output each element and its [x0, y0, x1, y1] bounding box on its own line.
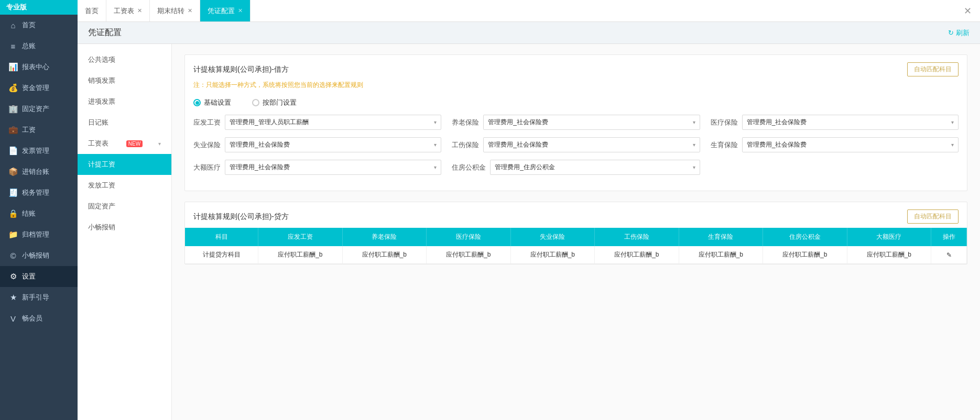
col-header-subject: 科目	[185, 228, 258, 246]
sidebar-item-tax[interactable]: 🧾 税务管理	[0, 182, 78, 203]
tab-closing[interactable]: 期末结转 ✕	[150, 0, 200, 21]
label-yanglao: 养老保险	[452, 118, 479, 127]
sidebar-item-guide[interactable]: ★ 新手引导	[0, 287, 78, 308]
closing-icon: 🔒	[8, 209, 18, 218]
select-yiliao[interactable]: 管理费用_社会保险费 ▾	[742, 115, 959, 130]
select-yingfa[interactable]: 管理费用_管理人员职工薪酬 ▾	[225, 115, 441, 130]
label-shengyu: 生育保险	[711, 140, 738, 150]
chevron-shiye: ▾	[434, 142, 437, 148]
sidebar-item-inventory[interactable]: 📦 进销台账	[0, 161, 78, 182]
col-header-daeyiliao: 大额医疗	[847, 228, 931, 246]
sidebar-item-settings[interactable]: ⚙ 设置	[0, 266, 78, 287]
col-header-yingfa: 应发工资	[258, 228, 343, 246]
table-row: 计提贷方科目 应付职工薪酬_b 应付职工薪酬_b 应付职工薪酬_b 应付职工薪酬…	[185, 246, 967, 264]
label-gongjijin: 住房公积金	[452, 163, 486, 172]
radio-group: 基础设置 按部门设置	[185, 95, 967, 115]
expense-icon: ©	[8, 251, 18, 260]
left-nav-public[interactable]: 公共选项	[78, 49, 171, 70]
left-nav-fixed-assets[interactable]: 固定资产	[78, 196, 171, 217]
sidebar-item-home[interactable]: ⌂ 首页	[0, 15, 78, 36]
sidebar-item-reports[interactable]: 📊 报表中心	[0, 57, 78, 78]
section-credit: 计提核算规则(公司承担)-贷方 自动匹配科目 科目 应发工资 养老保险 医疗保险…	[184, 202, 967, 264]
cell-yingfa: 应付职工薪酬_b	[258, 246, 343, 264]
sidebar: 专业版 ⌂ 首页 ≡ 总账 📊 报表中心 💰 资金管理 🏢 固定资产 💼 工资 …	[0, 0, 78, 420]
radio-basic[interactable]: 基础设置	[193, 98, 231, 107]
form-row-2: 失业保险 管理费用_社会保险费 ▾ 工伤保险 管理费用_社会保险费 ▾	[193, 137, 959, 152]
col-header-shengyu: 生育保险	[679, 228, 763, 246]
field-gongjijin: 住房公积金 管理费用_住房公积金 ▾	[452, 160, 700, 175]
field-yingfa: 应发工资 管理费用_管理人员职工薪酬 ▾	[193, 115, 441, 130]
cell-yiliao: 应付职工薪酬_b	[427, 246, 511, 264]
auto-match-btn-2[interactable]: 自动匹配科目	[907, 209, 959, 224]
tab-voucher-close[interactable]: ✕	[238, 7, 243, 14]
sidebar-item-invoice[interactable]: 📄 发票管理	[0, 140, 78, 161]
right-content: 计提核算规则(公司承担)-借方 自动匹配科目 注：只能选择一种方式，系统将按照您…	[172, 44, 980, 420]
form-row-1: 应发工资 管理费用_管理人员职工薪酬 ▾ 养老保险 管理费用_社会保险费 ▾	[193, 115, 959, 130]
field-yanglao: 养老保险 管理费用_社会保险费 ▾	[452, 115, 700, 130]
sidebar-item-funds[interactable]: 💰 资金管理	[0, 78, 78, 98]
label-gongshang: 工伤保险	[452, 140, 479, 150]
left-nav-sales-invoice[interactable]: 销项发票	[78, 70, 171, 91]
archive-icon: 📁	[8, 230, 18, 239]
cell-daeyiliao: 应付职工薪酬_b	[847, 246, 931, 264]
tab-payroll[interactable]: 工资表 ✕	[106, 0, 150, 21]
cell-shengyu: 应付职工薪酬_b	[679, 246, 763, 264]
cell-gongjijin: 应付职工薪酬_b	[763, 246, 847, 264]
tab-bar: 首页 工资表 ✕ 期末结转 ✕ 凭证配置 ✕ ✕	[78, 0, 980, 22]
section1-note: 注：只能选择一种方式，系统将按照您当前的选择来配置规则	[185, 81, 967, 95]
radio-basic-circle	[193, 99, 201, 106]
sidebar-item-ledger[interactable]: ≡ 总账	[0, 36, 78, 57]
select-daeyiliao[interactable]: 管理费用_社会保险费 ▾	[225, 160, 441, 175]
cell-shiye: 应付职工薪酬_b	[510, 246, 595, 264]
section-debit: 计提核算规则(公司承担)-借方 自动匹配科目 注：只能选择一种方式，系统将按照您…	[184, 54, 967, 191]
guide-icon: ★	[8, 293, 18, 302]
left-nav-expense[interactable]: 小畅报销	[78, 217, 171, 238]
left-nav-calc-salary[interactable]: 计提工资	[78, 154, 171, 175]
select-gongshang[interactable]: 管理费用_社会保险费 ▾	[483, 137, 700, 152]
sidebar-item-salary[interactable]: 💼 工资	[0, 119, 78, 140]
col-header-gongshang: 工伤保险	[595, 228, 679, 246]
select-shiye[interactable]: 管理费用_社会保险费 ▾	[225, 137, 441, 152]
col-header-yiliao: 医疗保险	[427, 228, 511, 246]
app-title: 专业版	[0, 0, 78, 15]
sidebar-item-expense[interactable]: © 小畅报销	[0, 245, 78, 266]
auto-match-btn-1[interactable]: 自动匹配科目	[907, 62, 959, 76]
left-nav: 公共选项 销项发票 进项发票 日记账 工资表 NEW ▾ 计提工资 发放工资	[78, 44, 172, 420]
tab-payroll-close[interactable]: ✕	[137, 7, 142, 14]
select-shengyu[interactable]: 管理费用_社会保险费 ▾	[742, 137, 959, 152]
col-header-shiye: 失业保险	[510, 228, 595, 246]
sidebar-item-closing[interactable]: 🔒 结账	[0, 203, 78, 224]
sidebar-item-vip[interactable]: V 畅会员	[0, 308, 78, 329]
select-gongjijin[interactable]: 管理费用_住房公积金 ▾	[490, 160, 700, 175]
col-header-action: 操作	[931, 228, 967, 246]
tab-home[interactable]: 首页	[78, 0, 106, 21]
sidebar-item-assets[interactable]: 🏢 固定资产	[0, 98, 78, 119]
radio-dept[interactable]: 按部门设置	[252, 98, 297, 107]
page-header: 凭证配置 ↻ 刷新	[78, 22, 980, 44]
select-yanglao[interactable]: 管理费用_社会保险费 ▾	[483, 115, 700, 130]
close-window-btn[interactable]: ✕	[955, 5, 980, 17]
tab-voucher[interactable]: 凭证配置 ✕	[200, 0, 251, 21]
page-title: 凭证配置	[88, 27, 122, 38]
left-nav-pay-salary[interactable]: 发放工资	[78, 175, 171, 196]
ledger-icon: ≡	[8, 42, 18, 51]
chevron-gongshang: ▾	[693, 142, 695, 148]
salary-icon: 💼	[8, 125, 18, 135]
form-row-3: 大额医疗 管理费用_社会保险费 ▾ 住房公积金 管理费用_住房公积金 ▾	[193, 160, 959, 175]
left-nav-purchase-invoice[interactable]: 进项发票	[78, 91, 171, 112]
left-nav-payroll-table[interactable]: 工资表 NEW ▾	[78, 133, 171, 154]
radio-dept-circle	[252, 99, 259, 106]
label-shiye: 失业保险	[193, 140, 221, 150]
left-nav-journal[interactable]: 日记账	[78, 112, 171, 133]
main-area: 首页 工资表 ✕ 期末结转 ✕ 凭证配置 ✕ ✕ 凭证配置 ↻ 刷新 公共选项	[78, 0, 980, 420]
sidebar-item-archive[interactable]: 📁 归档管理	[0, 224, 78, 245]
assets-icon: 🏢	[8, 104, 18, 114]
tab-closing-close[interactable]: ✕	[188, 7, 192, 14]
refresh-button[interactable]: ↻ 刷新	[948, 28, 970, 38]
section2-title: 计提核算规则(公司承担)-贷方	[193, 212, 289, 222]
chevron-yanglao: ▾	[693, 119, 695, 125]
edit-action[interactable]: ✎	[931, 246, 967, 264]
section1-title: 计提核算规则(公司承担)-借方	[193, 65, 289, 74]
chevron-gongjijin: ▾	[693, 164, 695, 170]
cell-gongshang: 应付职工薪酬_b	[595, 246, 679, 264]
